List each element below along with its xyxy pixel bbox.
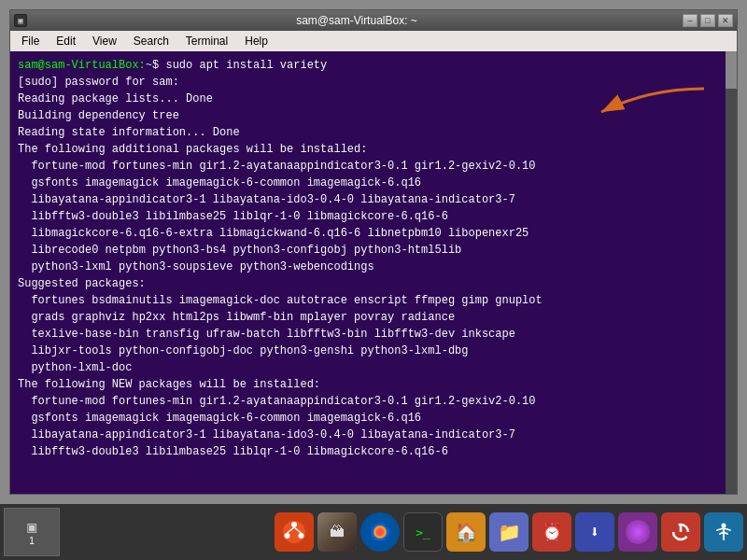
download-icon[interactable]: ⏰ bbox=[532, 512, 571, 552]
terminal-line-5: The following additional packages will b… bbox=[18, 141, 729, 158]
folder-icon[interactable]: 📁 bbox=[489, 512, 529, 552]
prompt-user: sam@sam-VirtualBox: bbox=[18, 59, 146, 72]
maximize-button[interactable]: □ bbox=[700, 14, 715, 27]
folder-symbol: 📁 bbox=[498, 521, 521, 544]
terminal-line-10: libmagickcore-6.q16-6-extra libmagickwan… bbox=[18, 225, 729, 242]
terminal-line-7: gsfonts imagemagick imagemagick-6-common… bbox=[18, 175, 729, 191]
taskbar-app-number: 1 bbox=[29, 536, 35, 546]
menubar: File Edit View Search Terminal Help bbox=[10, 31, 737, 51]
menu-terminal[interactable]: Terminal bbox=[178, 33, 235, 49]
terminal-window: ▣ sam@sam-VirtualBox: ~ – □ ✕ File Edit … bbox=[9, 9, 738, 495]
terminal-line-14: fortunes bsdmainutils imagemagick-doc au… bbox=[18, 292, 729, 309]
scrollbar[interactable] bbox=[726, 51, 737, 494]
titlebar-icon: ▣ bbox=[14, 14, 27, 27]
terminal-line-9: libfftw3-double3 libilmbase25 liblqr-1-0… bbox=[18, 208, 729, 225]
terminal-line-13: Suggested packages: bbox=[18, 275, 729, 292]
terminal-line-6: fortune-mod fortunes-min gir1.2-ayatanaa… bbox=[18, 158, 729, 175]
power-icon[interactable] bbox=[661, 512, 700, 552]
appearance-icon[interactable] bbox=[618, 512, 657, 552]
menu-file[interactable]: File bbox=[14, 33, 47, 49]
menu-help[interactable]: Help bbox=[237, 33, 275, 49]
ubuntu-logo-svg bbox=[282, 520, 306, 544]
terminal-line-12: python3-lxml python3-soupsieve python3-w… bbox=[18, 259, 729, 275]
minimize-button[interactable]: – bbox=[683, 14, 698, 27]
prompt-dollar: $ bbox=[152, 59, 165, 72]
terminal-line-20: fortune-mod fortunes-min gir1.2-ayatanaa… bbox=[18, 393, 729, 410]
terminal-line-21: gsfonts imagemagick imagemagick-6-common… bbox=[18, 410, 729, 427]
prompt-path: ~ bbox=[146, 59, 152, 72]
terminal-line-19: The following NEW packages will be insta… bbox=[18, 376, 729, 393]
firefox-icon[interactable] bbox=[360, 512, 400, 552]
terminal-line-17: libjxr-tools python-configobj-doc python… bbox=[18, 343, 729, 359]
files-home-icon[interactable]: 🏠 bbox=[446, 512, 486, 552]
home-symbol: 🏠 bbox=[455, 521, 478, 544]
svg-point-3 bbox=[299, 533, 304, 539]
terminal-symbol: >_ bbox=[416, 525, 430, 539]
power-svg bbox=[670, 522, 691, 542]
terminal-line-23: libfftw3-double3 libilmbase25 liblqr-1-0… bbox=[18, 443, 729, 460]
taskbar: ▣ 1 🏔 bbox=[0, 504, 747, 560]
menu-view[interactable]: View bbox=[85, 33, 124, 49]
cmd-text: sudo apt install variety bbox=[165, 59, 327, 72]
terminal-line-8: libayatana-appindicator3-1 libayatana-id… bbox=[18, 191, 729, 208]
svg-point-4 bbox=[285, 533, 290, 539]
titlebar-left: ▣ bbox=[14, 14, 31, 27]
titlebar-title: sam@sam-VirtualBox: ~ bbox=[31, 14, 683, 27]
terminal-line-11: librecode0 netpbm python3-bs4 python3-co… bbox=[18, 242, 729, 259]
titlebar: ▣ sam@sam-VirtualBox: ~ – □ ✕ bbox=[10, 10, 737, 31]
svg-point-2 bbox=[291, 522, 297, 527]
svg-point-10 bbox=[722, 524, 726, 528]
titlebar-buttons: – □ ✕ bbox=[683, 14, 733, 27]
download-symbol: ⬇ bbox=[590, 522, 600, 542]
terminal-output: sam@sam-VirtualBox:~$ sudo apt install v… bbox=[10, 51, 737, 494]
svg-point-7 bbox=[376, 528, 384, 536]
scrollbar-thumb[interactable] bbox=[726, 51, 737, 89]
taskbar-app-terminal-icon: ▣ bbox=[27, 518, 36, 536]
appearance-symbol bbox=[626, 520, 650, 544]
clock-symbol: ⏰ bbox=[542, 522, 562, 542]
terminal-line-16: texlive-base-bin transfig ufraw-batch li… bbox=[18, 326, 729, 343]
terminal-line-2: Reading package lists... Done bbox=[18, 91, 729, 107]
terminal-launcher-icon[interactable]: >_ bbox=[403, 512, 443, 552]
ubuntu-icon[interactable] bbox=[275, 512, 314, 552]
terminal-line-0: sam@sam-VirtualBox:~$ sudo apt install v… bbox=[18, 57, 729, 74]
terminal-line-3: Building dependency tree bbox=[18, 107, 729, 124]
terminal-line-18: python-lxml-doc bbox=[18, 359, 729, 376]
menu-search[interactable]: Search bbox=[126, 33, 176, 49]
terminal-line-22: libayatana-appindicator3-1 libayatana-id… bbox=[18, 427, 729, 443]
photo-viewer-icon[interactable]: 🏔 bbox=[317, 512, 357, 552]
accessibility-icon[interactable] bbox=[704, 512, 743, 552]
close-button[interactable]: ✕ bbox=[718, 14, 733, 27]
terminal-line-15: grads graphviz hp2xx html2ps libwmf-bin … bbox=[18, 309, 729, 326]
taskbar-active-app[interactable]: ▣ 1 bbox=[4, 508, 60, 556]
terminal-line-4: Reading state information... Done bbox=[18, 124, 729, 141]
taskbar-dock: 🏔 >_ 🏠 📁 ⏰ ⬇ bbox=[275, 512, 743, 552]
terminal-line-1: [sudo] password for sam: bbox=[18, 74, 729, 91]
menu-edit[interactable]: Edit bbox=[49, 33, 83, 49]
accessibility-svg bbox=[712, 521, 735, 543]
firefox-logo-svg bbox=[367, 519, 393, 545]
usb-icon[interactable]: ⬇ bbox=[575, 512, 614, 552]
photo-icon: 🏔 bbox=[330, 524, 345, 541]
